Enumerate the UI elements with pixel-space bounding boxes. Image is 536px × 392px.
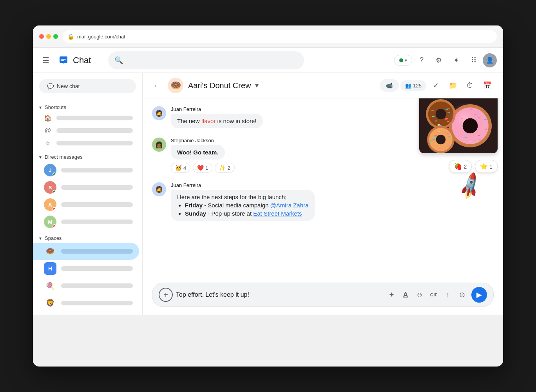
reaction-count-party: 4 — [183, 165, 186, 171]
reaction-star[interactable]: ⭐ 1 — [475, 160, 498, 173]
eat-street-link[interactable]: Eat Street Markets — [253, 210, 302, 217]
spaces-section-header[interactable]: ▾ Spaces — [33, 234, 142, 243]
message-group-1: 🧔 Juan Ferreira The new flavor is now in… — [152, 106, 494, 128]
emoji-icon: ☺ — [416, 291, 423, 299]
message-list-3: Friday - Social media campaign @Amira Za… — [177, 202, 308, 217]
avatar-emoji-3: 🧔 — [155, 186, 163, 193]
message-sender-2: Stephanie Jackson — [171, 138, 494, 143]
sidebar-item-space-donut[interactable]: 🍩 — [33, 243, 139, 260]
dm-label-3 — [61, 202, 133, 207]
dm-label-4 — [61, 220, 133, 224]
bullet-friday: Friday - Social media campaign @Amira Za… — [185, 202, 308, 209]
format-button[interactable]: A — [399, 289, 412, 301]
reaction-sparkle[interactable]: ✨ 2 — [215, 163, 234, 173]
sidebar-item-space-candy[interactable]: 🍭 — [33, 277, 139, 294]
message-avatar-2: 👩🏾 — [152, 138, 166, 152]
tasks-icon: ✓ — [433, 81, 439, 90]
shortcuts-chevron-icon: ▾ — [39, 105, 42, 110]
direct-messages-section-header[interactable]: ▾ Direct messages — [33, 152, 142, 162]
message-avatar-3: 🧔 — [152, 182, 166, 196]
browser-dots — [39, 34, 58, 39]
sidebar-item-space-lion[interactable]: 🦁 — [33, 294, 139, 312]
minimize-dot[interactable] — [46, 34, 51, 39]
user-avatar[interactable]: 👤 — [483, 53, 497, 67]
sidebar-item-dm-3[interactable]: A — [33, 196, 139, 213]
shortcuts-section-header[interactable]: ▾ Shortcuts — [33, 103, 142, 112]
mentions-label-bar — [56, 128, 133, 133]
address-bar[interactable]: 🔒 mail.google.com/chat — [63, 30, 497, 43]
chevron-down-icon: ▾ — [405, 58, 407, 63]
sidebar-item-dm-4[interactable]: M — [33, 213, 139, 230]
members-button[interactable]: 👥 125 — [400, 80, 426, 91]
reaction-count-sparkle: 2 — [227, 165, 230, 171]
files-button[interactable]: 📁 — [445, 78, 461, 93]
more-options-button[interactable]: ⊙ — [456, 289, 468, 301]
reminders-button[interactable]: ⏱ — [462, 78, 478, 93]
spark-input-button[interactable]: ✦ — [385, 289, 398, 301]
amira-mention[interactable]: @Amira Zahra — [270, 202, 309, 209]
spaces-chevron-icon: ▾ — [39, 236, 42, 241]
more-icon: ⊙ — [459, 290, 465, 299]
direct-messages-label: Direct messages — [45, 154, 83, 160]
calendar-button[interactable]: 📅 — [480, 78, 495, 93]
apps-button[interactable]: ⠿ — [465, 53, 481, 68]
help-icon: ? — [420, 56, 424, 64]
message-group-3: 🧔 Juan Ferreira Here are the next steps … — [152, 182, 494, 221]
input-actions: ✦ A ☺ GIF ↑ — [385, 289, 468, 301]
search-icon: 🔍 — [114, 56, 123, 65]
spark-button[interactable]: ✦ — [448, 53, 464, 68]
address-text: mail.google.com/chat — [77, 34, 125, 40]
chat-space-icon: 🍩 — [168, 78, 183, 93]
space-label-lion — [61, 301, 133, 305]
dm-avatar-3: A — [44, 198, 56, 211]
tasks-button[interactable]: ✓ — [428, 78, 444, 93]
message-content-3: Juan Ferreira Here are the next steps fo… — [171, 182, 494, 221]
settings-button[interactable]: ⚙ — [431, 53, 447, 68]
gif-icon: GIF — [430, 292, 437, 297]
status-indicator[interactable]: ▾ — [394, 55, 412, 66]
format-icon: A — [403, 291, 408, 299]
address-lock-icon: 🔒 — [67, 33, 74, 40]
message-avatar-1: 🧔 — [152, 106, 166, 120]
search-input[interactable] — [126, 57, 298, 64]
sparkle-emoji: ✨ — [219, 165, 226, 171]
sidebar-item-dm-2[interactable]: S — [33, 179, 139, 196]
home-label-bar — [56, 116, 133, 120]
emoji-button[interactable]: ☺ — [413, 289, 426, 301]
upload-button[interactable]: ↑ — [442, 289, 454, 301]
message-input[interactable] — [176, 291, 382, 298]
notif-badge-4 — [53, 224, 56, 228]
send-button[interactable]: ▶ — [471, 287, 487, 303]
svg-rect-2 — [61, 60, 64, 61]
message-group-2: 👩🏾 Stephanie Jackson Woo! Go team. 🥳 4 — [152, 138, 494, 173]
back-button[interactable]: ← — [150, 79, 163, 93]
search-bar[interactable]: 🔍 — [108, 51, 304, 69]
sidebar-item-starred[interactable]: ☆ — [33, 137, 139, 149]
sidebar-item-space-h[interactable]: H — [33, 260, 139, 277]
gif-button[interactable]: GIF — [427, 289, 440, 301]
dm-avatar-1: J — [44, 164, 56, 176]
reaction-strawberry[interactable]: 🍓 2 — [449, 160, 472, 173]
space-label-h — [61, 266, 133, 271]
chat-dropdown-icon[interactable]: ▾ — [255, 81, 259, 90]
reaction-party[interactable]: 🥳 4 — [171, 163, 190, 173]
main-layout: 💬 New chat ▾ Shortcuts 🏠 @ ☆ — [33, 73, 503, 315]
close-dot[interactable] — [39, 34, 44, 39]
svg-rect-1 — [61, 59, 66, 60]
new-chat-button[interactable]: 💬 New chat — [39, 79, 136, 93]
maximize-dot[interactable] — [53, 34, 58, 39]
video-call-button[interactable]: 📹 — [380, 79, 399, 92]
sidebar-item-mentions[interactable]: @ — [33, 124, 139, 137]
members-count: 125 — [413, 83, 422, 89]
add-attachment-button[interactable]: + — [159, 288, 173, 302]
mentions-icon: @ — [44, 127, 52, 134]
nav-right: ▾ ? ⚙ ✦ ⠿ 👤 — [394, 53, 497, 68]
menu-button[interactable]: ☰ — [39, 53, 53, 68]
space-label-candy — [61, 283, 133, 288]
sidebar-item-dm-1[interactable]: J — [33, 162, 139, 179]
starred-label-bar — [56, 141, 133, 145]
help-button[interactable]: ? — [414, 53, 429, 68]
sidebar-item-home[interactable]: 🏠 — [33, 112, 139, 124]
reaction-heart[interactable]: ❤️ 1 — [193, 163, 212, 173]
message-text-1b: is now in store! — [217, 118, 257, 124]
